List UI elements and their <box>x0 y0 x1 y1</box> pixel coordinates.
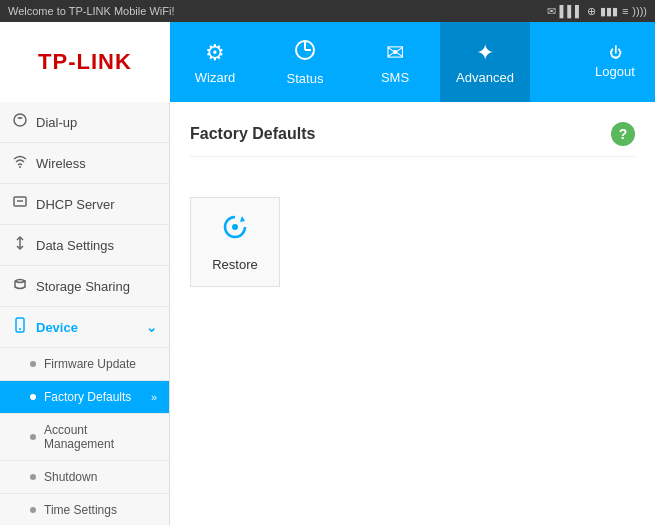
status-bar-icons: ✉ ▌▌▌ ⊕ ▮▮▮ ≡ )))) <box>547 5 647 18</box>
dialup-icon <box>12 112 28 132</box>
content-header: Factory Defaults ? <box>190 122 635 157</box>
advanced-icon: ✦ <box>476 40 494 66</box>
globe-icon: ⊕ <box>587 5 596 18</box>
logout-icon: ⏻ <box>609 45 622 60</box>
svg-point-9 <box>232 224 238 230</box>
sidebar-dialup-label: Dial-up <box>36 115 77 130</box>
wizard-icon: ⚙ <box>205 40 225 66</box>
battery-icon: ▮▮▮ <box>600 5 618 18</box>
status-icon <box>294 39 316 67</box>
sidebar-data-label: Data Settings <box>36 238 114 253</box>
tab-status-label: Status <box>287 71 324 86</box>
restore-area: Restore <box>190 177 635 307</box>
sidebar-subitem-factory[interactable]: Factory Defaults » <box>0 381 169 414</box>
restore-label: Restore <box>212 257 258 272</box>
sidebar-factory-label: Factory Defaults <box>44 390 131 404</box>
wifi-icon: )))) <box>632 5 647 17</box>
sidebar-firmware-label: Firmware Update <box>44 357 136 371</box>
svg-point-8 <box>19 328 21 330</box>
tab-sms-label: SMS <box>381 70 409 85</box>
sidebar-subitem-account[interactable]: Account Management <box>0 414 169 461</box>
sidebar-device-label: Device <box>36 320 78 335</box>
tab-advanced[interactable]: ✦ Advanced <box>440 22 530 102</box>
logo-area: TP-LINK <box>0 22 170 102</box>
sidebar-item-dhcp[interactable]: DHCP Server <box>0 184 169 225</box>
time-dot <box>30 507 36 513</box>
firmware-dot <box>30 361 36 367</box>
restore-button[interactable]: Restore <box>190 197 280 287</box>
help-button[interactable]: ? <box>611 122 635 146</box>
sidebar-time-label: Time Settings <box>44 503 117 517</box>
nav-tabs: ⚙ Wizard Status ✉ SMS ✦ Advanced ⏻ Logou… <box>170 22 655 102</box>
sidebar: Dial-up Wireless DHCP Server Data Settin… <box>0 102 170 525</box>
svg-point-3 <box>14 114 26 126</box>
svg-point-4 <box>19 166 21 168</box>
status-bar: Welcome to TP-LINK Mobile WiFi! ✉ ▌▌▌ ⊕ … <box>0 0 655 22</box>
tab-advanced-label: Advanced <box>456 70 514 85</box>
account-dot <box>30 434 36 440</box>
status-bar-title: Welcome to TP-LINK Mobile WiFi! <box>8 5 174 17</box>
sidebar-item-storage[interactable]: Storage Sharing <box>0 266 169 307</box>
content-area: Factory Defaults ? Restore <box>170 102 655 525</box>
header: TP-LINK ⚙ Wizard Status ✉ SMS ✦ Advanced… <box>0 22 655 102</box>
sidebar-dhcp-label: DHCP Server <box>36 197 115 212</box>
device-icon <box>12 317 28 337</box>
logo: TP-LINK <box>38 49 132 75</box>
main-layout: Dial-up Wireless DHCP Server Data Settin… <box>0 102 655 525</box>
sidebar-shutdown-label: Shutdown <box>44 470 97 484</box>
restore-icon <box>220 212 250 249</box>
device-chevron-icon: ⌄ <box>146 320 157 335</box>
sidebar-subitem-firmware[interactable]: Firmware Update <box>0 348 169 381</box>
factory-dot <box>30 394 36 400</box>
tab-status[interactable]: Status <box>260 22 350 102</box>
wireless-icon <box>12 153 28 173</box>
logout-label: Logout <box>595 64 635 79</box>
page-title: Factory Defaults <box>190 125 315 143</box>
sidebar-item-wireless[interactable]: Wireless <box>0 143 169 184</box>
sidebar-account-label: Account Management <box>44 423 157 451</box>
sidebar-item-device[interactable]: Device ⌄ <box>0 307 169 348</box>
factory-arrows-icon: » <box>151 391 157 403</box>
sidebar-storage-label: Storage Sharing <box>36 279 130 294</box>
sidebar-wireless-label: Wireless <box>36 156 86 171</box>
storage-icon <box>12 276 28 296</box>
tab-wizard[interactable]: ⚙ Wizard <box>170 22 260 102</box>
sidebar-item-dialup[interactable]: Dial-up <box>0 102 169 143</box>
data-icon <box>12 235 28 255</box>
sidebar-subitem-time[interactable]: Time Settings <box>0 494 169 525</box>
logout-button[interactable]: ⏻ Logout <box>575 22 655 102</box>
menu-icon: ≡ <box>622 5 628 17</box>
tab-wizard-label: Wizard <box>195 70 235 85</box>
envelope-icon: ✉ <box>547 5 556 18</box>
tab-sms[interactable]: ✉ SMS <box>350 22 440 102</box>
dhcp-icon <box>12 194 28 214</box>
signal-icon: ▌▌▌ <box>560 5 583 17</box>
shutdown-dot <box>30 474 36 480</box>
sidebar-item-data[interactable]: Data Settings <box>0 225 169 266</box>
sms-icon: ✉ <box>386 40 404 66</box>
sidebar-subitem-shutdown[interactable]: Shutdown <box>0 461 169 494</box>
